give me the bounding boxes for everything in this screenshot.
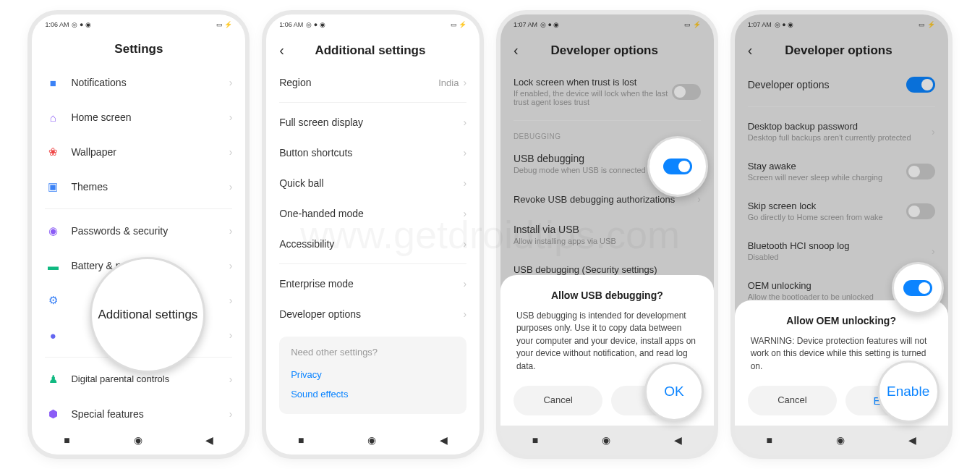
status-icon: ◎ ● ◉ bbox=[72, 21, 90, 28]
statusbar: 1:06 AM◎ ● ◉ ▭ ⚡ bbox=[32, 14, 245, 35]
row-stayawake[interactable]: Stay awakeScreen will never sleep while … bbox=[748, 151, 935, 191]
digital-icon: ♟ bbox=[45, 371, 61, 387]
chevron-icon: › bbox=[229, 225, 233, 237]
magnifier-enable: Enable bbox=[877, 360, 939, 423]
chevron-icon: › bbox=[229, 181, 233, 193]
cancel-button[interactable]: Cancel bbox=[514, 386, 603, 415]
back-button[interactable]: ‹ bbox=[279, 42, 284, 59]
row-skiplock[interactable]: Skip screen lockGo directly to Home scre… bbox=[748, 191, 935, 231]
statusbar: 1:07 AM◎ ● ◉ ▭ ⚡ bbox=[500, 14, 714, 35]
row-install-usb[interactable]: Install via USBAllow installing apps via… bbox=[514, 214, 701, 255]
magnifier: Additional settings bbox=[90, 257, 205, 373]
link-privacy[interactable]: Privacy bbox=[291, 365, 455, 384]
page-title: Developer options bbox=[757, 43, 920, 58]
header: ‹ Additional settings bbox=[266, 35, 480, 67]
usb-toggle-on bbox=[663, 159, 692, 174]
row-region[interactable]: RegionIndia› bbox=[279, 67, 466, 98]
phone-settings: 1:06 AM◎ ● ◉ ▭ ⚡ Settings ■Notifications… bbox=[32, 14, 245, 455]
magnifier-ok: OK bbox=[644, 362, 704, 421]
page-title: Settings bbox=[45, 42, 232, 56]
toggle-devopt[interactable] bbox=[906, 77, 935, 93]
navbar: ■◉◀ bbox=[32, 426, 245, 455]
page-title: Developer options bbox=[523, 43, 686, 58]
phone-oem-unlock: 1:07 AM◎ ● ◉ ▭ ⚡ ‹ Developer options Dev… bbox=[735, 14, 948, 455]
chevron-icon: › bbox=[229, 260, 233, 271]
header: ‹ Developer options bbox=[500, 35, 714, 67]
nav-home[interactable]: ◉ bbox=[134, 434, 142, 446]
link-sound[interactable]: Sound effects bbox=[291, 384, 455, 404]
toggle[interactable] bbox=[906, 203, 935, 219]
toggle[interactable] bbox=[906, 164, 935, 179]
header: Settings bbox=[32, 35, 245, 65]
special-icon: ⬢ bbox=[45, 406, 61, 422]
row-fullscreen[interactable]: Full screen display› bbox=[279, 107, 466, 138]
chevron-icon: › bbox=[229, 111, 233, 123]
phone-additional: 1:06 AM◎ ● ◉ ▭ ⚡ ‹ Additional settings R… bbox=[266, 14, 480, 455]
dialog-title: Allow OEM unlocking? bbox=[748, 315, 935, 326]
themes-icon: ▣ bbox=[45, 179, 61, 195]
row-devopt[interactable]: Developer options bbox=[748, 67, 935, 102]
row-shortcuts[interactable]: Button shortcuts› bbox=[279, 138, 466, 168]
chevron-icon: › bbox=[463, 77, 466, 88]
wallpaper-icon: ❀ bbox=[45, 144, 61, 160]
chevron-icon: › bbox=[229, 146, 233, 158]
row-enterprise[interactable]: Enterprise mode› bbox=[279, 269, 466, 299]
chevron-icon: › bbox=[229, 329, 233, 341]
navbar: ■◉◀ bbox=[266, 426, 480, 455]
magnifier-toggle bbox=[647, 136, 708, 197]
cancel-button[interactable]: Cancel bbox=[748, 386, 838, 415]
chevron-icon: › bbox=[229, 77, 233, 88]
row-themes[interactable]: ▣Themes› bbox=[45, 169, 232, 204]
magnifier-oem-toggle bbox=[892, 262, 944, 314]
navbar: ■◉◀ bbox=[500, 426, 714, 455]
dialog-title: Allow USB debugging? bbox=[514, 290, 701, 301]
footer-links: Need other settings? Privacy Sound effec… bbox=[279, 337, 466, 414]
nav-recent[interactable]: ■ bbox=[64, 434, 69, 446]
nav-back[interactable]: ◀ bbox=[205, 434, 213, 446]
row-quickball[interactable]: Quick ball› bbox=[279, 168, 466, 198]
toggle[interactable] bbox=[672, 84, 701, 100]
row-special[interactable]: ⬢Special features› bbox=[45, 397, 232, 426]
navbar: ■◉◀ bbox=[735, 426, 948, 455]
row-home[interactable]: ⌂Home screen› bbox=[45, 100, 232, 135]
gear-icon: ⚙ bbox=[45, 292, 61, 308]
row-backup[interactable]: Desktop backup passwordDesktop full back… bbox=[748, 111, 935, 151]
row-wallpaper[interactable]: ❀Wallpaper› bbox=[45, 135, 232, 169]
statusbar: 1:07 AM◎ ● ◉ ▭ ⚡ bbox=[735, 14, 948, 35]
chevron-icon: › bbox=[229, 408, 233, 420]
back-button[interactable]: ‹ bbox=[514, 42, 519, 59]
oem-toggle-on bbox=[903, 280, 932, 296]
row-accessibility[interactable]: Accessibility› bbox=[279, 229, 466, 259]
notifications-icon: ■ bbox=[45, 75, 61, 90]
phone-usb-debugging: 1:07 AM◎ ● ◉ ▭ ⚡ ‹ Developer options Loc… bbox=[500, 14, 714, 455]
globe-icon: ● bbox=[45, 327, 61, 343]
battery-icon: ▬ bbox=[45, 258, 61, 274]
page-title: Additional settings bbox=[289, 43, 452, 58]
chevron-icon: › bbox=[229, 295, 233, 306]
row-notifications[interactable]: ■Notifications› bbox=[45, 65, 232, 100]
home-icon: ⌂ bbox=[45, 109, 61, 125]
shield-icon: ◉ bbox=[45, 223, 61, 239]
row-onehanded[interactable]: One-handed mode› bbox=[279, 198, 466, 229]
statusbar: 1:06 AM◎ ● ◉ ▭ ⚡ bbox=[266, 14, 480, 35]
header: ‹ Developer options bbox=[735, 35, 948, 67]
row-developer[interactable]: Developer options› bbox=[279, 299, 466, 329]
battery-icon: ▭ ⚡ bbox=[216, 21, 233, 28]
back-button[interactable]: ‹ bbox=[748, 42, 753, 59]
row-security[interactable]: ◉Passwords & security› bbox=[45, 214, 232, 248]
row-lockscreen[interactable]: Lock screen when trust is lostIf enabled… bbox=[514, 67, 701, 116]
chevron-icon: › bbox=[229, 373, 233, 385]
